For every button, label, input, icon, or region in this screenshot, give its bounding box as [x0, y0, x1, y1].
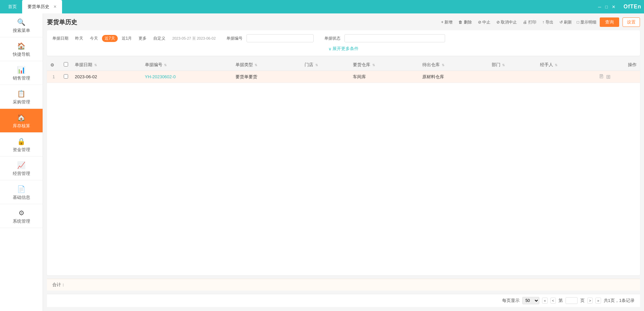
th-store: 门店 ⇅ — [301, 59, 350, 71]
sort-date-icon[interactable]: ⇅ — [94, 63, 97, 67]
sidebar-item-search[interactable]: 🔍 搜索菜单 — [0, 13, 43, 37]
date-range-display: 2023-05-27 至 2023-06-02 — [172, 36, 216, 41]
cancel-stop-button[interactable]: ⊘ 取消中止 — [495, 18, 518, 26]
display-compact-button[interactable]: □ 显示明细 — [577, 19, 596, 25]
sidebar-item-finance[interactable]: 🔒 资金管理 — [0, 133, 43, 157]
sidebar-item-operations[interactable]: 📈 经营管理 — [0, 157, 43, 180]
th-handler: 经手人 ⇅ — [537, 59, 595, 71]
per-page-select[interactable]: 20 50 100 200 — [522, 297, 539, 304]
date-pill-1month[interactable]: 近1月 — [119, 35, 135, 42]
th-pending-warehouse: 待出仓库 ⇅ — [419, 59, 488, 71]
search-icon: 🔍 — [17, 18, 25, 26]
toolbar: + 新增 🗑 删除 ⊘ 中止 ⊘ 取消中止 🖨 打印 ↑ 导出 ↺ 刷新 □ 显… — [440, 17, 640, 27]
expand-more-button[interactable]: ∨ 展开更多条件 — [328, 46, 359, 52]
page-number-input[interactable]: 1 — [566, 297, 578, 304]
content-area: 要货单历史 + 新增 🗑 删除 ⊘ 中止 ⊘ 取消中止 🖨 打印 ↑ 导出 ↺ … — [43, 13, 644, 311]
date-pill-custom[interactable]: 自定义 — [151, 35, 168, 42]
date-pill-today[interactable]: 今天 — [87, 35, 101, 42]
sales-icon: 📊 — [17, 66, 25, 74]
row-checkbox[interactable] — [64, 74, 68, 79]
filter-row-1: 单据日期 昨天 今天 近7天 近1月 更多 自定义 2023-05-27 至 2… — [52, 34, 635, 42]
system-icon: ⚙ — [18, 209, 24, 217]
th-checkbox — [60, 59, 71, 71]
export-button[interactable]: ↑ 导出 — [541, 18, 555, 26]
table-footer: 合计： — [47, 279, 640, 291]
sidebar-item-purchase-label: 采购管理 — [13, 99, 30, 105]
row-req-warehouse: 车间库 — [350, 71, 419, 83]
requisition-table: ⚙ 单据日期 ⇅ 单据编号 ⇅ — [47, 59, 640, 83]
row-store — [301, 71, 350, 83]
table-body: 1 2023-06-02 YH-20230602-0 要货单要货 车间库 原材料… — [47, 71, 640, 83]
window-close[interactable]: ✕ — [612, 4, 615, 9]
sidebar: 🔍 搜索菜单 🏠 快捷导航 📊 销售管理 📋 采购管理 🏠 库存核算 🔒 资金管… — [0, 13, 43, 311]
sidebar-item-shortcuts[interactable]: 🏠 快捷导航 — [0, 37, 43, 61]
last-page-button[interactable]: » — [595, 298, 601, 304]
main-layout: 🔍 搜索菜单 🏠 快捷导航 📊 销售管理 📋 采购管理 🏠 库存核算 🔒 资金管… — [0, 13, 644, 311]
first-page-button[interactable]: « — [542, 298, 547, 304]
inventory-icon: 🏠 — [17, 114, 25, 122]
sidebar-item-sales[interactable]: 📊 销售管理 — [0, 61, 43, 85]
page-header: 要货单历史 + 新增 🗑 删除 ⊘ 中止 ⊘ 取消中止 🖨 打印 ↑ 导出 ↺ … — [47, 17, 640, 27]
sort-handler-icon[interactable]: ⇅ — [555, 63, 557, 67]
status-select[interactable] — [344, 34, 445, 42]
query-button[interactable]: 查询 — [600, 17, 619, 27]
per-page-label: 每页显示 — [502, 298, 520, 304]
th-doc-type: 单据类型 ⇅ — [232, 59, 302, 71]
date-pill-more[interactable]: 更多 — [136, 35, 149, 42]
sidebar-item-system[interactable]: ⚙ 系统管理 — [0, 204, 43, 228]
window-minimize[interactable]: ─ — [598, 4, 601, 9]
sidebar-item-sales-label: 销售管理 — [13, 75, 30, 81]
table-header: ⚙ 单据日期 ⇅ 单据编号 ⇅ — [47, 59, 640, 71]
sidebar-item-inventory[interactable]: 🏠 库存核算 — [0, 109, 43, 133]
tab-requisition-history[interactable]: 要货单历史 ✕ — [22, 0, 62, 13]
row-doc-no-link[interactable]: YH-20230602-0 — [145, 74, 176, 79]
date-pill-yesterday[interactable]: 昨天 — [72, 35, 86, 42]
next-page-button[interactable]: > — [587, 298, 593, 304]
filter-area: 单据日期 昨天 今天 近7天 近1月 更多 自定义 2023-05-27 至 2… — [47, 30, 640, 56]
expand-row: ∨ 展开更多条件 — [52, 46, 635, 52]
brand-logo: OfTEn — [624, 4, 641, 10]
doc-number-input[interactable] — [247, 34, 314, 42]
sort-doctype-icon[interactable]: ⇅ — [255, 63, 257, 67]
th-date: 单据日期 ⇅ — [71, 59, 142, 71]
gear-icon[interactable]: ⚙ — [50, 62, 54, 68]
th-req-warehouse: 要货仓库 ⇅ — [350, 59, 419, 71]
sort-store-icon[interactable]: ⇅ — [315, 63, 318, 67]
sidebar-item-system-label: 系统管理 — [13, 218, 30, 224]
window-maximize[interactable]: □ — [605, 4, 608, 9]
action-icons: 🖹 ⊞ — [599, 74, 637, 80]
sidebar-item-shortcuts-label: 快捷导航 — [13, 51, 30, 57]
operations-icon: 📈 — [17, 161, 25, 169]
row-more-icon[interactable]: ⊞ — [606, 74, 610, 80]
home-icon: 🏠 — [17, 42, 25, 50]
table-wrap: ⚙ 单据日期 ⇅ 单据编号 ⇅ — [47, 59, 640, 275]
status-select-wrap — [344, 34, 445, 42]
sidebar-item-basic-info-label: 基础信息 — [13, 194, 30, 201]
prev-page-button[interactable]: < — [550, 298, 556, 304]
row-num: 1 — [47, 71, 60, 83]
sort-docno-icon[interactable]: ⇅ — [164, 63, 167, 67]
new-button[interactable]: + 新增 — [440, 18, 454, 26]
sidebar-item-basic-info[interactable]: 📄 基础信息 — [0, 180, 43, 204]
tab-home[interactable]: 首页 — [3, 0, 22, 13]
delete-button[interactable]: 🗑 删除 — [457, 18, 473, 26]
sidebar-item-purchase[interactable]: 📋 采购管理 — [0, 85, 43, 109]
row-view-icon[interactable]: 🖹 — [599, 74, 604, 80]
page-title: 要货单历史 — [47, 18, 77, 26]
settings-button[interactable]: 设置 — [623, 17, 640, 27]
doc-number-label: 单据编号 — [226, 36, 243, 41]
sort-pendwh-icon[interactable]: ⇅ — [442, 63, 444, 67]
row-department — [488, 71, 537, 83]
sort-reqwh-icon[interactable]: ⇅ — [372, 63, 375, 67]
print-button[interactable]: 🖨 打印 — [522, 18, 537, 26]
stop-button[interactable]: ⊘ 中止 — [477, 18, 492, 26]
date-pill-7days[interactable]: 近7天 — [102, 35, 118, 42]
row-date: 2023-06-02 — [71, 71, 142, 83]
select-all-checkbox[interactable] — [64, 62, 68, 66]
sidebar-item-operations-label: 经营管理 — [13, 171, 30, 177]
sort-dept-icon[interactable]: ⇅ — [502, 63, 505, 67]
purchase-icon: 📋 — [17, 90, 25, 98]
tab-close-icon[interactable]: ✕ — [53, 4, 57, 9]
row-doc-no: YH-20230602-0 — [142, 71, 232, 83]
refresh-button[interactable]: ↺ 刷新 — [558, 18, 573, 26]
